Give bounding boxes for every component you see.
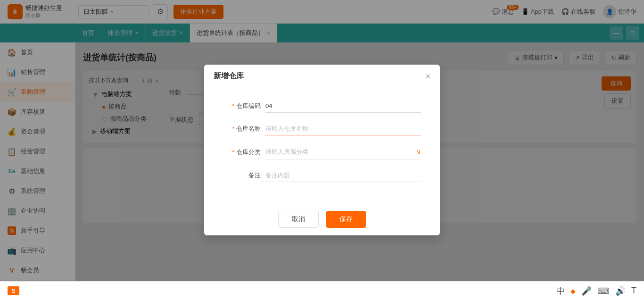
modal-footer: 取消 保存 xyxy=(204,203,440,235)
keyboard-icon[interactable]: ⌨ xyxy=(597,286,610,296)
save-button[interactable]: 保存 xyxy=(326,211,366,228)
form-row-category: * 仓库分类 请输入所属分类 ∨ xyxy=(223,145,421,159)
bottom-bar: S 中 ◆ 🎤 ⌨ 🔊 T xyxy=(0,281,644,300)
modal-header: 新增仓库 × xyxy=(204,65,440,88)
category-chevron-icon: ∨ xyxy=(416,148,421,156)
mic-icon[interactable]: 🎤 xyxy=(581,286,592,296)
cancel-button[interactable]: 取消 xyxy=(278,211,319,228)
name-input[interactable] xyxy=(265,122,421,135)
category-select[interactable]: 请输入所属分类 ∨ xyxy=(265,145,421,159)
new-warehouse-modal: 新增仓库 × * 仓库编码 * 仓库名称 xyxy=(204,65,440,235)
form-row-note: 备注 xyxy=(223,169,421,182)
note-label: 备注 xyxy=(223,171,261,180)
note-input[interactable] xyxy=(265,169,421,182)
dot-icon[interactable]: ◆ xyxy=(570,287,576,295)
code-label: * 仓库编码 xyxy=(223,102,261,110)
translate-icon[interactable]: T xyxy=(631,286,636,296)
form-row-name: * 仓库名称 xyxy=(223,122,421,135)
modal-close-icon[interactable]: × xyxy=(425,72,430,81)
code-input[interactable] xyxy=(265,100,421,113)
modal-title: 新增仓库 xyxy=(214,71,244,81)
name-label: * 仓库名称 xyxy=(223,125,261,133)
speaker-bottom-icon[interactable]: 🔊 xyxy=(615,286,626,296)
modal-overlay: 新增仓库 × * 仓库编码 * 仓库名称 xyxy=(0,0,644,300)
form-row-code: * 仓库编码 xyxy=(223,100,421,113)
modal-body: * 仓库编码 * 仓库名称 * 仓库分类 请输入所属 xyxy=(204,88,440,203)
brand-s-icon: S xyxy=(8,286,19,295)
chinese-icon[interactable]: 中 xyxy=(556,285,565,297)
category-label: * 仓库分类 xyxy=(223,148,261,157)
category-placeholder: 请输入所属分类 xyxy=(265,148,308,156)
